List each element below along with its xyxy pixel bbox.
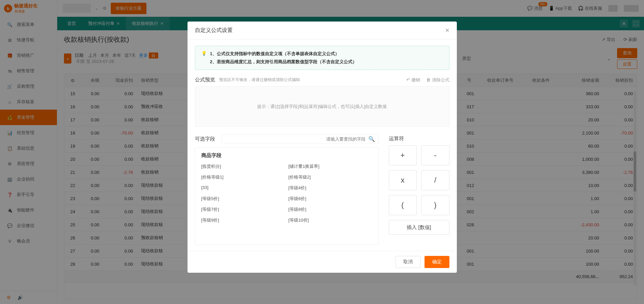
preview-desc: 预览区不可修改，请通过撤销或清除公式编辑 bbox=[219, 77, 300, 83]
field-option-1[interactable]: [辅计量1换算率] bbox=[289, 163, 372, 169]
fields-label: 可选字段 bbox=[195, 136, 215, 142]
cancel-button[interactable]: 取消 bbox=[396, 256, 420, 268]
modal-title: 自定义公式设置 bbox=[195, 27, 233, 34]
tip-line-1: 1、公式仅支持指标中的数值自定义项（不含单据表体自定义公式） bbox=[210, 51, 339, 56]
search-icon[interactable]: 🔍 bbox=[368, 136, 375, 142]
insert-number-button[interactable]: 插入 [数值] bbox=[389, 220, 449, 235]
field-option-8[interactable]: [等级7价] bbox=[201, 206, 285, 213]
formula-preview: 提示：通过[选择字段]和[运算符]编辑公式，也可以[插入]自定义数值 bbox=[195, 86, 449, 127]
preview-label: 公式预览 bbox=[195, 77, 215, 83]
field-option-5[interactable]: [等级4价] bbox=[289, 185, 372, 191]
field-option-6[interactable]: [等级5价] bbox=[201, 196, 285, 202]
operator-button-/[interactable]: / bbox=[421, 170, 449, 190]
operator-button--[interactable]: - bbox=[421, 145, 449, 165]
undo-button[interactable]: ↶ 撤销 bbox=[406, 77, 420, 83]
field-option-7[interactable]: [等级6价] bbox=[289, 196, 372, 202]
operator-button-x[interactable]: x bbox=[389, 170, 417, 190]
bulb-icon: 💡 bbox=[201, 51, 207, 65]
operators-label: 运算符 bbox=[389, 134, 449, 142]
field-group-title: 商品字段 bbox=[201, 152, 372, 159]
field-option-3[interactable]: [价格等级2] bbox=[289, 174, 372, 180]
field-option-10[interactable]: [等级9价] bbox=[201, 217, 285, 223]
clear-formula-button[interactable]: 🗑 清除公式 bbox=[426, 77, 449, 83]
field-search-input[interactable] bbox=[226, 137, 366, 142]
field-option-4[interactable]: [33] bbox=[201, 185, 285, 191]
ok-button[interactable]: 确定 bbox=[425, 256, 449, 268]
preview-hint: 提示：通过[选择字段]和[运算符]编辑公式，也可以[插入]自定义数值 bbox=[257, 104, 387, 110]
operator-button-)[interactable]: ) bbox=[421, 195, 449, 215]
formula-modal: 自定义公式设置 ✕ 💡 1、公式仅支持指标中的数值自定义项（不含单据表体自定义公… bbox=[188, 22, 457, 273]
tip-box: 💡 1、公式仅支持指标中的数值自定义项（不含单据表体自定义公式） 2、若按商品维… bbox=[195, 46, 449, 70]
modal-overlay: 自定义公式设置 ✕ 💡 1、公式仅支持指标中的数值自定义项（不含单据表体自定义公… bbox=[0, 0, 644, 304]
tip-line-2: 2、若按商品维度汇总，则支持引用商品档案数值型字段（不含自定义公式） bbox=[210, 59, 357, 64]
field-search[interactable]: 🔍 bbox=[222, 134, 379, 144]
operator-button-([interactable]: ( bbox=[389, 195, 417, 215]
field-option-0[interactable]: [拣货积分] bbox=[201, 163, 285, 169]
field-option-2[interactable]: [价格等级1] bbox=[201, 174, 285, 180]
field-option-9[interactable]: [等级8价] bbox=[289, 206, 372, 213]
modal-close-icon[interactable]: ✕ bbox=[445, 27, 449, 34]
field-option-11[interactable]: [等级10价] bbox=[289, 217, 372, 223]
operator-button-+[interactable]: + bbox=[389, 145, 417, 165]
